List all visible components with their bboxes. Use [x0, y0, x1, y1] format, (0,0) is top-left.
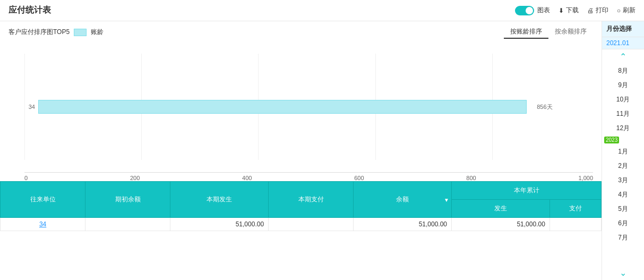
x-tick-600: 600	[354, 175, 364, 181]
download-icon: ⬇	[559, 7, 564, 14]
chart-legend: 客户应付排序图TOP5 账龄	[8, 28, 104, 37]
col-header-opening: 期初余额	[85, 182, 170, 218]
year-2023-row: 2023	[602, 135, 644, 145]
sidebar-month-10[interactable]: 10月	[602, 92, 644, 107]
cell-balance: 51,000.00	[354, 218, 452, 231]
bar-end-label: 856天	[537, 103, 552, 111]
col-header-unit: 往来单位	[1, 182, 85, 218]
download-button[interactable]: ⬇ 下载	[559, 6, 579, 15]
bar-row: 34 856天	[24, 96, 593, 117]
col-header-ytd-occur: 发生	[452, 200, 550, 218]
scroll-up-button[interactable]: ⌃	[602, 49, 644, 64]
sidebar-month-6[interactable]: 6月	[602, 216, 644, 231]
sort-buttons: 按账龄排序 按余额排序	[504, 26, 593, 39]
sidebar-month-7[interactable]: 7月	[602, 231, 644, 245]
sort-by-age-button[interactable]: 按账龄排序	[504, 26, 548, 39]
sidebar-month-3[interactable]: 3月	[602, 173, 644, 188]
chart-toggle[interactable]	[515, 6, 534, 15]
chart-table-section: 客户应付排序图TOP5 账龄 按账龄排序 按余额排序	[0, 21, 602, 280]
print-button[interactable]: 🖨 打印	[587, 6, 608, 15]
cell-current-occur: 51,000.00	[170, 218, 269, 231]
balance-sort-icon[interactable]: ▼	[444, 197, 449, 202]
cell-ytd-occur: 51,000.00	[452, 218, 550, 231]
col-header-balance: 余额 ▼	[354, 182, 452, 218]
x-tick-1000: 1,000	[578, 175, 593, 181]
sidebar-month-5[interactable]: 5月	[602, 202, 644, 216]
chart-inner: 34 856天 0 200	[8, 43, 593, 181]
header-actions: 图表 ⬇ 下载 🖨 打印 ○ 刷新	[515, 6, 636, 15]
legend-box-label: 账龄	[91, 28, 104, 37]
legend-box	[74, 29, 87, 36]
scroll-down-button[interactable]: ⌄	[602, 266, 644, 280]
chart-toggle-wrapper: 图表	[515, 6, 550, 15]
x-tick-400: 400	[242, 175, 252, 181]
col-header-current-occur: 本期发生	[170, 182, 269, 218]
cell-current-pay	[269, 218, 354, 231]
x-tick-0: 0	[24, 175, 28, 181]
main-content: 客户应付排序图TOP5 账龄 按账龄排序 按余额排序	[0, 21, 644, 280]
down-arrow-icon: ⌄	[620, 268, 626, 278]
print-icon: 🖨	[587, 7, 594, 14]
col-header-ytd-group: 本年累计	[452, 182, 602, 200]
toggle-label: 图表	[537, 6, 550, 15]
bar-fill: 856天	[38, 100, 527, 114]
bar-y-label: 34	[24, 104, 35, 110]
sidebar-month-1[interactable]: 1月	[602, 145, 644, 159]
table-section: 往来单位 期初余额 本期发生 本期支付 余额 ▼ 本年累计 发生	[0, 181, 602, 231]
cell-opening	[85, 218, 170, 231]
sort-by-balance-button[interactable]: 按余额排序	[548, 26, 593, 39]
x-tick-800: 800	[466, 175, 476, 181]
year-2023-badge: 2023	[604, 137, 619, 143]
app-header: 应付统计表 图表 ⬇ 下载 🖨 打印 ○ 刷新	[0, 0, 644, 21]
sidebar-month-4[interactable]: 4月	[602, 188, 644, 202]
chart-header: 客户应付排序图TOP5 账龄 按账龄排序 按余额排序	[0, 21, 602, 43]
bar-area: 34 856天	[24, 54, 593, 160]
col-header-current-pay: 本期支付	[269, 182, 354, 218]
sidebar-current-date[interactable]: 2021.01	[602, 37, 644, 49]
refresh-button[interactable]: ○ 刷新	[617, 6, 636, 15]
sidebar: 月份选择 2021.01 ⌃ 8月 9月 10月 11月 12月 2023 1月…	[602, 21, 644, 280]
cell-unit[interactable]: 34	[1, 218, 85, 231]
x-axis: 0 200 400 600 800 1,000	[24, 172, 593, 181]
sidebar-header: 月份选择	[602, 21, 644, 37]
refresh-icon: ○	[617, 7, 621, 14]
cell-ytd-pay	[549, 218, 601, 231]
sidebar-month-9[interactable]: 9月	[602, 78, 644, 92]
chart-canvas: 34 856天 0 200	[0, 43, 602, 181]
data-table: 往来单位 期初余额 本期发生 本期支付 余额 ▼ 本年累计 发生	[0, 181, 602, 231]
sidebar-month-11[interactable]: 11月	[602, 107, 644, 121]
up-arrow-icon: ⌃	[620, 52, 626, 62]
month-list: 8月 9月 10月 11月 12月 2023 1月 2月 3月 4月 5月 6月…	[602, 64, 644, 266]
legend-title: 客户应付排序图TOP5	[8, 28, 70, 37]
col-header-ytd-pay: 支付	[549, 200, 601, 218]
sidebar-month-12[interactable]: 12月	[602, 121, 644, 135]
sidebar-month-2[interactable]: 2月	[602, 159, 644, 173]
table-row: 34 51,000.00 51,000.00 51,000.00	[1, 218, 602, 231]
page-title: 应付统计表	[8, 5, 51, 16]
sidebar-month-8[interactable]: 8月	[602, 64, 644, 78]
chart-area: 客户应付排序图TOP5 账龄 按账龄排序 按余额排序	[0, 21, 602, 181]
x-tick-200: 200	[130, 175, 140, 181]
